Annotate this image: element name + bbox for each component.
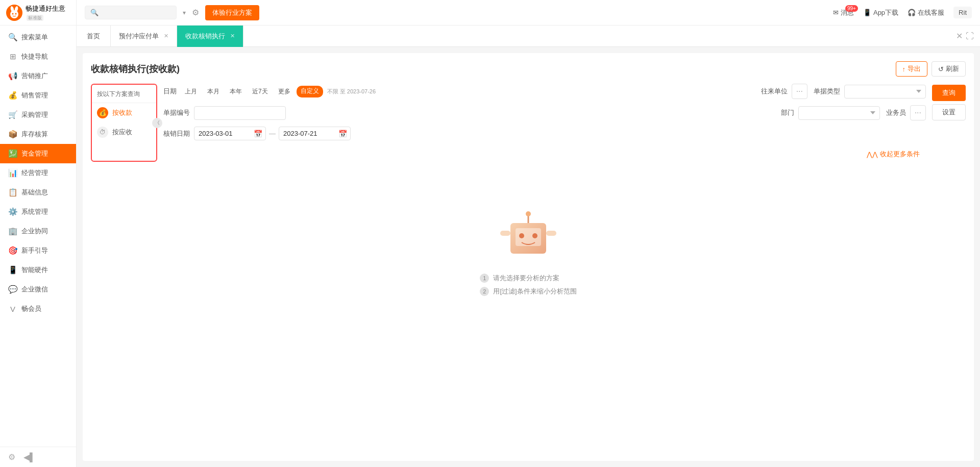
sidebar-item-guide[interactable]: 🎯 新手引导 [0, 241, 76, 260]
employee-label: 业务员 [886, 108, 906, 117]
date-tab-last-month[interactable]: 上月 [181, 86, 201, 97]
empty-tips: 1 请先选择要分析的方案 2 用[过滤]条件来缩小分析范围 [480, 274, 576, 300]
app-download-button[interactable]: 📱 App下载 [863, 8, 898, 17]
topbar-search-box: 🔍 [85, 6, 177, 19]
doc-type-select[interactable] [844, 85, 926, 99]
verify-date-end-cal-icon[interactable]: 📅 [335, 128, 350, 140]
empty-tip-2: 2 用[过滤]条件来缩小分析范围 [480, 287, 576, 296]
settings-bottom-icon[interactable]: ⚙ [8, 452, 15, 462]
refresh-button[interactable]: ↺ 刷新 [932, 61, 966, 77]
filter-sidebar-collapse-button[interactable]: 《 [152, 118, 162, 128]
date-tab-this-year[interactable]: 本年 [226, 86, 246, 97]
collection-filter-icon: 💰 [97, 107, 108, 118]
message-icon: ✉ [833, 9, 839, 16]
sidebar-item-system[interactable]: ⚙️ 系统管理 [0, 202, 76, 222]
export-button[interactable]: ↑ 导出 [896, 61, 928, 77]
sidebar-item-basic[interactable]: 📋 基础信息 [0, 183, 76, 202]
sidebar-item-quick-nav[interactable]: ⊞ 快捷导航 [0, 47, 76, 66]
partner-select-button[interactable]: ··· [792, 84, 807, 99]
tab-collection[interactable]: 收款核销执行 ✕ [177, 26, 243, 47]
date-tab-last-7-days[interactable]: 近7天 [248, 86, 272, 97]
verify-date-start-cal-icon[interactable]: 📅 [251, 128, 265, 140]
query-row-3: 核销日期 📅 — [163, 127, 926, 140]
tab-home[interactable]: 首页 [77, 26, 111, 47]
svg-point-11 [526, 211, 531, 216]
collapse-more-icon: ⋀⋀ [867, 151, 878, 158]
edition-badge: 标准版 [27, 15, 43, 21]
online-service-button[interactable]: 🎧 在线客服 [908, 8, 944, 17]
user-menu[interactable]: Rit [953, 7, 972, 18]
sidebar-item-wechat[interactable]: 💬 企业微信 [0, 280, 76, 299]
sidebar-label-system: 系统管理 [21, 207, 48, 216]
sidebar-icon-search: 🔍 [8, 33, 17, 42]
date-tab-this-month[interactable]: 本月 [203, 86, 224, 97]
prepay-tab-close-icon[interactable]: ✕ [164, 33, 168, 39]
main-container: 🔍 ▾ ⚙ 体验行业方案 ✉ 消息 99+ 📱 App下载 🎧 在线客服 Rit [77, 0, 980, 467]
date-tab-more[interactable]: 更多 [274, 86, 295, 97]
settings-button[interactable]: 设置 [932, 104, 966, 120]
service-icon: 🎧 [908, 9, 916, 16]
collapse-more-button[interactable]: ⋀⋀ 收起更多条件 [861, 146, 926, 162]
industry-solution-button[interactable]: 体验行业方案 [205, 5, 259, 20]
collapse-more-label: 收起更多条件 [880, 150, 920, 159]
filter-sidebar-title: 按以下方案查询 [92, 90, 156, 103]
sidebar-label-wechat: 企业微信 [21, 285, 48, 294]
collection-filter-label: 按收款 [112, 108, 132, 117]
page-inner: 收款核销执行(按收款) ↑ 导出 ↺ 刷新 按以下方案查询 [83, 53, 974, 461]
verify-date-start-input[interactable] [194, 127, 251, 140]
dept-field: 部门 [781, 106, 880, 120]
page-title: 收款核销执行(按收款) [91, 63, 180, 75]
collapse-sidebar-icon[interactable]: ◀▌ [23, 452, 35, 462]
topbar-gear-icon[interactable]: ⚙ [192, 8, 199, 17]
query-form: 日期 上月 本月 本年 近7天 更多 自定义 不 [163, 84, 966, 162]
empty-tip-1-text: 请先选择要分析的方案 [493, 274, 559, 283]
sidebar-item-hardware[interactable]: 📱 智能硬件 [0, 260, 76, 280]
verify-date-end-wrap: 📅 [279, 127, 351, 140]
svg-rect-7 [516, 228, 541, 246]
collection-tab-close-icon[interactable]: ✕ [230, 33, 235, 39]
sidebar-item-business[interactable]: 📊 经营管理 [0, 163, 76, 183]
query-button[interactable]: 查询 [932, 85, 966, 101]
query-row-2: 单据编号 部门 业务员 [163, 105, 926, 120]
date-tab-custom[interactable]: 自定义 [297, 86, 323, 97]
filter-option-by-collection[interactable]: 💰 按收款 [92, 103, 156, 122]
sidebar-label-quick-nav: 快捷导航 [21, 52, 48, 61]
sidebar-item-enterprise[interactable]: 🏢 企业协同 [0, 222, 76, 241]
sidebar-label-inventory: 库存核算 [21, 130, 48, 139]
date-field: 日期 上月 本月 本年 近7天 更多 自定义 不 [163, 86, 376, 97]
sidebar-item-inventory[interactable]: 📦 库存核算 [0, 125, 76, 144]
sidebar-item-search[interactable]: 🔍 搜索菜单 [0, 28, 76, 47]
filter-area: 按以下方案查询 💰 按收款 ⏱ 按应收 《 [91, 84, 966, 162]
tab-prepay[interactable]: 预付冲应付单 ✕ [111, 26, 177, 47]
svg-point-4 [12, 13, 14, 14]
sidebar-label-business: 经营管理 [21, 168, 48, 178]
sidebar: 畅捷通好生意 标准版 🔍 搜索菜单 ⊞ 快捷导航 📢 营销推广 💰 销售管理 🛒… [0, 0, 77, 467]
verify-date-end-input[interactable] [279, 127, 335, 140]
sidebar-icon-member: V [8, 304, 17, 313]
sidebar-item-member[interactable]: V 畅会员 [0, 299, 76, 318]
home-tab-label: 首页 [87, 32, 100, 41]
tab-close-all-icon[interactable]: ✕ [956, 31, 963, 41]
sidebar-icon-business: 📊 [8, 168, 17, 178]
topbar-chevron-icon[interactable]: ▾ [183, 9, 186, 16]
sidebar-item-finance[interactable]: 💹 资金管理 [0, 144, 76, 163]
sidebar-menu: 🔍 搜索菜单 ⊞ 快捷导航 📢 营销推广 💰 销售管理 🛒 采购管理 📦 库存核… [0, 26, 76, 447]
sidebar-item-marketing[interactable]: 📢 营销推广 [0, 66, 76, 86]
empty-illustration [498, 203, 559, 265]
sidebar-icon-hardware: 📱 [8, 265, 17, 275]
employee-select-button[interactable]: ··· [910, 105, 926, 120]
sidebar-item-purchase[interactable]: 🛒 采购管理 [0, 105, 76, 125]
tip-num-1: 1 [480, 274, 489, 283]
tab-maximize-icon[interactable]: ⛶ [966, 32, 974, 41]
verify-date-range: 📅 — 📅 [194, 127, 351, 140]
sidebar-label-marketing: 营销推广 [21, 71, 48, 81]
dept-label: 部门 [781, 108, 794, 117]
dept-select[interactable] [798, 106, 880, 120]
sidebar-item-sales[interactable]: 💰 销售管理 [0, 86, 76, 105]
message-button[interactable]: ✉ 消息 99+ [833, 8, 854, 17]
doc-no-input[interactable] [194, 106, 286, 120]
doc-type-field: 单据类型 [814, 85, 926, 99]
filter-option-by-receivable[interactable]: ⏱ 按应收 [92, 122, 156, 142]
svg-point-5 [15, 13, 17, 14]
page-content: 收款核销执行(按收款) ↑ 导出 ↺ 刷新 按以下方案查询 [77, 47, 980, 467]
